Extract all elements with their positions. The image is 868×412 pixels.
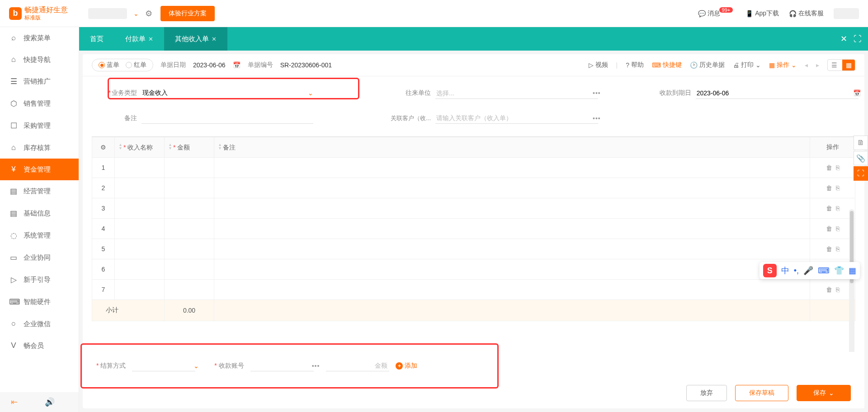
sidebar-item-5[interactable]: ⌂库存核算 <box>0 137 79 159</box>
ime-grid-icon[interactable]: ▦ <box>849 266 856 276</box>
sidebar-item-2[interactable]: ☰营销推广 <box>0 70 79 93</box>
more-icon[interactable]: ••• <box>593 115 601 122</box>
delete-icon[interactable]: 🗑 <box>826 286 832 293</box>
ime-lang-icon[interactable]: 中 <box>781 265 789 276</box>
sidebar-item-14[interactable]: V畅会员 <box>0 335 79 356</box>
tab[interactable]: 付款单✕ <box>114 27 164 51</box>
next-icon[interactable]: ▸ <box>816 61 819 69</box>
method-label: * 结算方式 <box>96 362 126 370</box>
close-tab-icon[interactable]: ✕ <box>839 32 849 46</box>
note-icon[interactable]: 🗎 <box>854 136 868 150</box>
chevron-down-icon[interactable]: ⌄ <box>193 362 199 370</box>
col-remark[interactable]: ▴▾备注 <box>214 137 810 158</box>
table-row[interactable]: 2🗑⎘ <box>92 178 855 198</box>
radio-blue[interactable]: 蓝单 <box>99 61 119 69</box>
calendar-icon[interactable]: 📅 <box>233 61 241 69</box>
support-link[interactable]: 🎧 在线客服 <box>789 9 824 18</box>
delete-icon[interactable]: 🗑 <box>826 245 832 253</box>
history-link[interactable]: 🕑历史单据 <box>690 61 725 69</box>
ime-shirt-icon[interactable]: 👕 <box>834 266 844 276</box>
copy-icon[interactable]: ⎘ <box>836 164 840 171</box>
app-download-link[interactable]: 📱 App下载 <box>745 9 779 18</box>
gear-icon[interactable]: ⚙ <box>145 9 152 19</box>
tab[interactable]: 其他收入单✕ <box>164 27 227 51</box>
help-link[interactable]: ?帮助 <box>626 61 644 69</box>
table-row[interactable]: 6🗑⎘ <box>92 259 855 280</box>
print-link[interactable]: 🖨打印⌄ <box>733 61 761 69</box>
delete-icon[interactable]: 🗑 <box>826 205 832 212</box>
more-icon[interactable]: ••• <box>312 362 320 370</box>
sound-icon[interactable]: 🔊 <box>45 397 55 407</box>
sidebar-item-1[interactable]: ⌂快捷导航 <box>0 49 79 70</box>
sidebar-item-3[interactable]: ⬡销售管理 <box>0 93 79 115</box>
method-input[interactable] <box>132 360 195 371</box>
table-row[interactable]: 7🗑⎘ <box>92 280 855 300</box>
operate-link[interactable]: ▦操作⌄ <box>769 61 797 69</box>
list-view-icon[interactable]: ☰ <box>828 60 840 70</box>
sidebar-item-8[interactable]: ▤基础信息 <box>0 202 79 225</box>
clip-icon[interactable]: 📎 <box>854 151 868 165</box>
amount-input[interactable] <box>326 360 389 371</box>
sidebar-item-10[interactable]: ▭企业协同 <box>0 247 79 269</box>
shortcut-link[interactable]: ⌨快捷键 <box>652 61 682 69</box>
partner-input[interactable] <box>435 88 598 99</box>
fullscreen-icon[interactable]: ⛶ <box>852 33 863 46</box>
card-view-icon[interactable]: ▦ <box>842 60 855 70</box>
table-row[interactable]: 4🗑⎘ <box>92 219 855 239</box>
chevron-down-icon[interactable]: ⌄ <box>308 89 313 97</box>
copy-icon[interactable]: ⎘ <box>836 245 840 253</box>
sidebar-item-13[interactable]: ○企业微信 <box>0 313 79 335</box>
date-value[interactable]: 2023-06-06 <box>193 61 226 69</box>
table-row[interactable]: 3🗑⎘ <box>92 198 855 219</box>
close-icon[interactable]: ✕ <box>212 36 217 42</box>
tab[interactable]: 首页 <box>79 27 114 51</box>
ime-toolbar[interactable]: S 中 •, 🎤 ⌨ 👕 ▦ <box>760 262 860 279</box>
sidebar-item-12[interactable]: ⌨智能硬件 <box>0 291 79 313</box>
close-icon[interactable]: ✕ <box>148 36 153 42</box>
copy-icon[interactable]: ⎘ <box>836 184 840 192</box>
table-row[interactable]: 5🗑⎘ <box>92 239 855 259</box>
save-draft-button[interactable]: 保存草稿 <box>735 385 788 401</box>
remark-input[interactable] <box>142 112 313 124</box>
abandon-button[interactable]: 放弃 <box>686 385 727 401</box>
account-input[interactable] <box>250 360 314 371</box>
save-button[interactable]: 保存⌄ <box>797 385 851 401</box>
copy-icon[interactable]: ⎘ <box>836 205 840 212</box>
add-link[interactable]: + 添加 <box>396 362 417 370</box>
sidebar-item-4[interactable]: ☐采购管理 <box>0 115 79 137</box>
col-name[interactable]: ▴▾* 收入名称 <box>115 137 165 158</box>
table-row[interactable]: 1🗑⎘ <box>92 158 855 178</box>
sidebar-item-7[interactable]: ▤经营管理 <box>0 180 79 202</box>
copy-icon[interactable]: ⎘ <box>836 225 840 232</box>
sidebar-item-11[interactable]: ▷新手引导 <box>0 269 79 291</box>
chevron-down-icon[interactable]: ⌄ <box>133 10 139 17</box>
prev-icon[interactable]: ◂ <box>805 61 808 69</box>
delete-icon[interactable]: 🗑 <box>826 225 832 232</box>
more-icon[interactable]: ••• <box>593 89 601 97</box>
collapse-icon[interactable]: ⇤ <box>11 397 18 407</box>
row-num: 2 <box>92 178 115 198</box>
messages-link[interactable]: 💬 消息 99+ <box>698 9 736 18</box>
customer-input[interactable] <box>435 112 598 124</box>
expand-icon[interactable]: ⛶ <box>854 166 868 181</box>
calendar-icon[interactable]: 📅 <box>853 89 861 97</box>
sidebar-item-9[interactable]: ◌系统管理 <box>0 225 79 247</box>
ime-dot-icon[interactable]: •, <box>794 266 799 276</box>
ime-mic-icon[interactable]: 🎤 <box>803 266 813 276</box>
delete-icon[interactable]: 🗑 <box>826 164 832 171</box>
scrollbar[interactable] <box>849 209 854 352</box>
biz-type-input[interactable] <box>142 88 313 99</box>
trial-button[interactable]: 体验行业方案 <box>160 6 215 21</box>
user-menu[interactable] <box>834 8 859 19</box>
radio-red[interactable]: 红单 <box>126 61 146 69</box>
sidebar-item-0[interactable]: ⌕搜索菜单 <box>0 27 79 49</box>
video-link[interactable]: ▷视频 <box>589 61 608 69</box>
copy-icon[interactable]: ⎘ <box>836 286 840 293</box>
delete-icon[interactable]: 🗑 <box>826 184 832 192</box>
col-gear[interactable]: ⚙ <box>92 137 115 158</box>
col-amount[interactable]: ▴▾* 金额 <box>165 137 214 158</box>
sidebar-item-6[interactable]: ¥资金管理 <box>0 159 79 180</box>
company-selector[interactable] <box>88 8 127 19</box>
ime-keyboard-icon[interactable]: ⌨ <box>818 266 830 276</box>
due-input[interactable] <box>696 88 859 99</box>
